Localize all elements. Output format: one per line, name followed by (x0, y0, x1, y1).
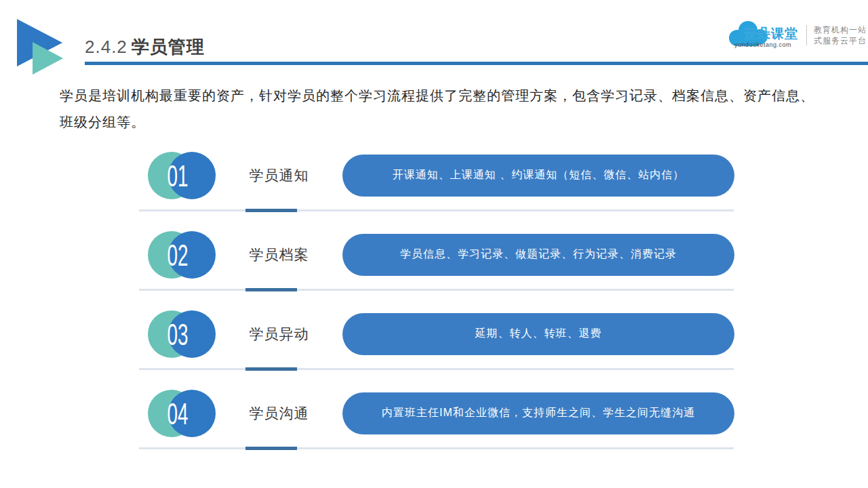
decorative-triangles-icon (12, 14, 66, 78)
feature-description: 学员信息、学习记录、做题记录、行为记录、消费记录 (400, 247, 677, 262)
section-title: 学员管理 (132, 37, 205, 57)
badge-number: 02 (167, 239, 188, 270)
feature-description: 开课通知、上课通知 、约课通知（短信、微信、站内信） (393, 168, 684, 182)
feature-row-archive: 02 学员档案 学员信息、学习记录、做题记录、行为记录、消费记录 (139, 215, 734, 294)
row-divider-accent (245, 209, 297, 212)
feature-description: 内置班主任IM和企业微信，支持师生之间、学生之间无缝沟通 (382, 406, 695, 420)
brand-logo: 云朵课堂 yunduoketang.com 教育机构一站 式服务云平台 (729, 19, 867, 52)
number-badge: 03 (148, 310, 216, 359)
feature-row-notify: 01 学员通知 开课通知、上课通知 、约课通知（短信、微信、站内信） (139, 136, 734, 215)
feature-label: 学员异动 (216, 325, 342, 344)
number-badge: 04 (148, 389, 216, 438)
feature-label: 学员沟通 (216, 404, 342, 423)
feature-row-communicate: 04 学员沟通 内置班主任IM和企业微信，支持师生之间、学生之间无缝沟通 (139, 373, 734, 453)
feature-row-transfer: 03 学员异动 延期、转人、转班、退费 (139, 294, 734, 373)
row-divider-accent (245, 288, 297, 291)
feature-label: 学员档案 (216, 245, 342, 264)
brand-tagline-line1: 教育机构一站 (814, 24, 867, 35)
brand-tagline: 教育机构一站 式服务云平台 (814, 24, 867, 46)
title-underline (85, 62, 868, 65)
feature-description-pill: 开课通知、上课通知 、约课通知（短信、微信、站内信） (342, 155, 734, 197)
page-title: 2.4.2学员管理 (85, 35, 205, 59)
number-badge: 02 (148, 230, 216, 279)
brand-name: 云朵课堂 (744, 25, 798, 43)
feature-description-pill: 内置班主任IM和企业微信，支持师生之间、学生之间无缝沟通 (342, 392, 734, 434)
number-badge: 01 (148, 151, 216, 200)
feature-description: 延期、转人、转班、退费 (475, 327, 602, 341)
row-divider-accent (245, 447, 297, 450)
row-divider (139, 368, 734, 370)
badge-number: 04 (167, 398, 188, 428)
intro-paragraph: 学员是培训机构最重要的资产，针对学员的整个学习流程提供了完整的管理方案，包含学习… (60, 83, 826, 136)
feature-description-pill: 学员信息、学习记录、做题记录、行为记录、消费记录 (342, 234, 734, 276)
row-divider (139, 447, 734, 449)
feature-label: 学员通知 (216, 166, 342, 185)
row-divider (139, 209, 734, 211)
row-divider (139, 289, 734, 291)
feature-list: 01 学员通知 开课通知、上课通知 、约课通知（短信、微信、站内信） 02 学员… (139, 136, 734, 453)
logo-divider (806, 25, 807, 45)
slide: 2.4.2学员管理 云朵课堂 yunduoketang.com 教育机构一站 式… (0, 0, 868, 488)
brand-domain: yunduoketang.com (734, 41, 791, 48)
badge-number: 03 (167, 319, 188, 349)
logo-mark: 云朵课堂 yunduoketang.com (729, 19, 798, 52)
feature-description-pill: 延期、转人、转班、退费 (342, 313, 734, 355)
section-number: 2.4.2 (85, 37, 127, 57)
badge-number: 01 (167, 160, 188, 190)
row-divider-accent (245, 367, 297, 371)
brand-tagline-line2: 式服务云平台 (814, 35, 867, 46)
